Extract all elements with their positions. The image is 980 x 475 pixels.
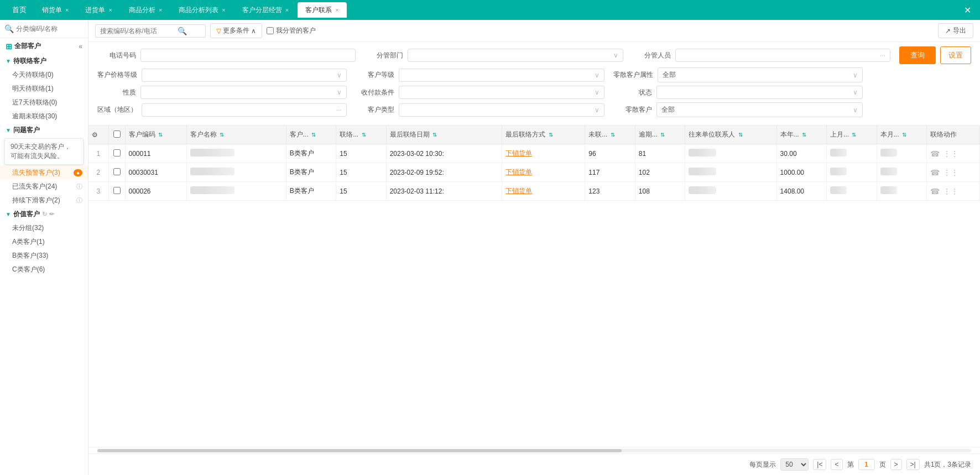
page-number-input[interactable]	[858, 459, 875, 470]
sort-icon[interactable]: ⇅	[852, 132, 856, 138]
filter-search-icon[interactable]: 🔍	[178, 27, 187, 35]
sidebar-item-class-b[interactable]: B类客户(33)	[0, 249, 88, 263]
more-conditions-btn[interactable]: ▽ 更多条件 ∧	[210, 23, 262, 38]
next-page-btn[interactable]: >	[890, 459, 902, 470]
sidebar-all-customers[interactable]: ⊞ 全部客户 «	[0, 38, 88, 54]
sidebar-section-problem[interactable]: ▼ 问题客户	[0, 123, 88, 137]
tab-close-icon[interactable]: ×	[285, 7, 289, 13]
my-customers-checkbox[interactable]: 我分管的客户	[267, 26, 316, 35]
sort-icon[interactable]: ⇅	[738, 132, 743, 138]
contact-icon[interactable]: ☎	[930, 168, 940, 177]
col-gear[interactable]: ⚙	[88, 126, 108, 144]
tab-customer-contact[interactable]: 客户联系 ×	[298, 2, 346, 18]
col-code: 客户编码 ⇅	[125, 126, 186, 144]
row-num: 3	[88, 182, 108, 201]
sidebar-search-input[interactable]	[16, 25, 88, 33]
dept-select[interactable]: ∨	[408, 49, 623, 62]
settings-button[interactable]: 设置	[940, 46, 971, 64]
customer-type-select[interactable]: ∨	[399, 103, 605, 117]
sidebar-section-value[interactable]: ▼ 价值客户 ↻ ✏	[0, 207, 88, 221]
row-last-month	[827, 144, 877, 163]
select-all-checkbox[interactable]	[113, 131, 121, 138]
row-checkbox-cell[interactable]	[108, 182, 125, 201]
gear-icon[interactable]: ⚙	[92, 131, 98, 139]
sort-icon[interactable]: ⇅	[158, 132, 163, 138]
sort-icon[interactable]: ⇅	[802, 132, 806, 138]
filter-search-box[interactable]: 🔍	[95, 24, 206, 38]
tab-product-analysis[interactable]: 商品分析 ×	[121, 2, 170, 18]
row-checkbox[interactable]	[113, 149, 121, 156]
sidebar-item-class-c[interactable]: C类客户(6)	[0, 263, 88, 276]
query-button[interactable]: 查询	[899, 46, 936, 64]
row-last-method[interactable]: 下销货单	[502, 163, 585, 182]
row-checkbox[interactable]	[113, 168, 121, 175]
sidebar-search-box[interactable]: 🔍	[0, 20, 88, 38]
edit-icon[interactable]: ✏	[49, 211, 54, 218]
per-page-select[interactable]: 50 100 200	[780, 458, 809, 471]
sidebar-item-today[interactable]: 今天待联络(0)	[0, 68, 88, 82]
sidebar-item-tomorrow[interactable]: 明天待联络(1)	[0, 82, 88, 96]
tab-product-analysis-list[interactable]: 商品分析列表 ×	[171, 2, 233, 18]
sort-icon[interactable]: ⇅	[660, 132, 665, 138]
sidebar-item-churned[interactable]: 已流失客户(24) ⓘ	[0, 180, 88, 194]
sort-icon[interactable]: ⇅	[611, 132, 615, 138]
sidebar-item-7days[interactable]: 近7天待联络(0)	[0, 96, 88, 109]
sidebar-item-ungrouped[interactable]: 未分组(32)	[0, 221, 88, 235]
sort-icon[interactable]: ⇅	[902, 132, 906, 138]
row-checkbox[interactable]	[113, 187, 121, 194]
retail-attr-select[interactable]: 全部 ∨	[658, 67, 863, 82]
filter-search-input[interactable]	[100, 27, 178, 35]
price-level-select[interactable]: ∨	[142, 69, 347, 82]
horizontal-scrollbar[interactable]	[88, 447, 980, 453]
refresh-icon[interactable]: ↻	[42, 211, 47, 218]
status-select[interactable]: ∨	[656, 86, 863, 99]
scroll-thumb[interactable]	[97, 449, 622, 452]
row-last-method[interactable]: 下销货单	[502, 182, 585, 201]
sidebar-item-class-a[interactable]: A类客户(1)	[0, 235, 88, 249]
sort-icon[interactable]: ⇅	[432, 132, 437, 138]
my-customers-check[interactable]	[267, 27, 274, 34]
region-select[interactable]: ···	[142, 103, 347, 117]
prev-page-btn[interactable]: <	[831, 459, 842, 470]
contact-icon[interactable]: ☎	[930, 149, 940, 158]
filter-status: 状态 ∨	[613, 86, 863, 99]
payment-select[interactable]: ∨	[399, 86, 605, 99]
sort-icon[interactable]: ⇅	[311, 132, 316, 138]
sidebar-item-churn-warning[interactable]: 流失预警客户(3) ●	[0, 166, 88, 180]
tab-close-icon[interactable]: ×	[108, 7, 112, 13]
tab-purchase-order[interactable]: 进货单 ×	[77, 2, 119, 18]
row-checkbox-cell[interactable]	[108, 144, 125, 163]
last-page-btn[interactable]: >|	[906, 459, 920, 470]
more-actions-icon[interactable]: ⋮⋮	[943, 168, 958, 177]
more-actions-icon[interactable]: ⋮⋮	[943, 187, 958, 196]
first-page-btn[interactable]: |<	[813, 459, 826, 470]
row-checkbox-cell[interactable]	[108, 163, 125, 182]
retail-customer-select[interactable]: 全部 ∨	[656, 102, 863, 117]
phone-input[interactable]	[140, 49, 356, 62]
sort-icon[interactable]: ⇅	[362, 132, 366, 138]
manager-select[interactable]: ···	[675, 49, 890, 62]
more-actions-icon[interactable]: ⋮⋮	[943, 149, 958, 158]
customer-level-select[interactable]: ∨	[399, 69, 605, 82]
tab-home[interactable]: 首页	[4, 5, 34, 15]
tab-sales-order[interactable]: 销货单 ×	[34, 2, 76, 18]
tab-close-icon[interactable]: ×	[222, 7, 225, 13]
tab-customer-segment[interactable]: 客户分层经营 ×	[234, 2, 296, 18]
tab-close-icon-active[interactable]: ×	[335, 7, 338, 13]
row-last-method[interactable]: 下销货单	[502, 144, 585, 163]
scroll-track	[97, 449, 971, 452]
col-overdue: 逾期... ⇅	[635, 126, 685, 144]
tab-close-icon[interactable]: ×	[65, 7, 69, 13]
sidebar-item-declining[interactable]: 持续下滑客户(2) ⓘ	[0, 194, 88, 207]
col-checkbox[interactable]	[108, 126, 125, 144]
contact-icon[interactable]: ☎	[930, 187, 940, 196]
close-all-icon[interactable]: ✕	[960, 5, 976, 15]
sidebar-section-pending[interactable]: ▼ 待联络客户	[0, 54, 88, 68]
sidebar-item-overdue-contact[interactable]: 逾期未联络(30)	[0, 109, 88, 123]
nature-select[interactable]: ∨	[140, 86, 347, 99]
sort-icon[interactable]: ⇅	[549, 132, 553, 138]
export-btn[interactable]: ↗ 导出	[938, 23, 973, 38]
tab-close-icon[interactable]: ×	[159, 7, 162, 13]
sort-icon[interactable]: ⇅	[220, 132, 224, 138]
row-overdue: 108	[635, 182, 685, 201]
